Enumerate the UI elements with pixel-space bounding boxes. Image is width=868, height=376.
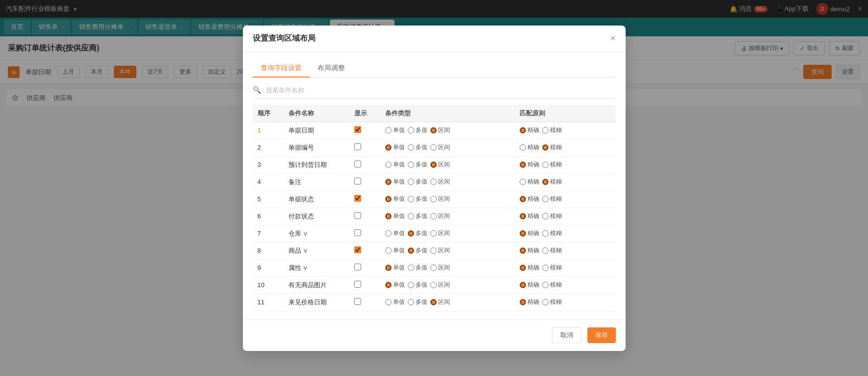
cell-match[interactable]: 精确模糊 (515, 259, 616, 276)
display-checkbox[interactable] (354, 161, 361, 167)
display-checkbox[interactable] (354, 298, 361, 305)
cell-type[interactable]: 单值多值区间 (380, 173, 515, 190)
radio-type-多值[interactable]: 多值 (408, 126, 427, 134)
cell-type[interactable]: 单值多值区间 (380, 242, 515, 259)
radio-type-单值[interactable]: 单值 (385, 229, 405, 238)
radio-type-区间[interactable]: 区间 (430, 298, 450, 306)
display-checkbox[interactable] (354, 264, 361, 270)
cell-match[interactable]: 精确模糊 (515, 208, 616, 225)
radio-match-模糊[interactable]: 模糊 (542, 195, 562, 203)
radio-type-多值[interactable]: 多值 (408, 161, 427, 169)
radio-type-单值[interactable]: 单值 (385, 178, 405, 186)
radio-type-区间[interactable]: 区间 (430, 195, 450, 203)
display-checkbox[interactable] (354, 212, 361, 219)
radio-match-精确[interactable]: 精确 (520, 212, 539, 220)
radio-type-多值[interactable]: 多值 (408, 195, 427, 203)
radio-type-单值[interactable]: 单值 (385, 195, 405, 203)
radio-type-区间[interactable]: 区间 (430, 126, 450, 134)
display-checkbox[interactable] (354, 143, 361, 150)
cell-match[interactable]: 精确模糊 (515, 190, 616, 208)
display-checkbox[interactable] (354, 195, 361, 202)
cell-display[interactable] (349, 276, 380, 294)
radio-type-单值[interactable]: 单值 (385, 298, 405, 306)
cancel-button[interactable]: 取消 (552, 327, 581, 343)
cell-type[interactable]: 单值多值区间 (380, 139, 515, 156)
radio-match-精确[interactable]: 精确 (520, 281, 539, 289)
radio-type-区间[interactable]: 区间 (430, 178, 450, 186)
cell-display[interactable] (349, 156, 380, 173)
cell-display[interactable] (349, 139, 380, 156)
display-checkbox[interactable] (354, 281, 361, 288)
cell-display[interactable] (349, 259, 380, 276)
cell-match[interactable]: 精确模糊 (515, 156, 616, 173)
display-checkbox[interactable] (354, 246, 361, 253)
cell-match[interactable]: 精确模糊 (515, 276, 616, 294)
radio-match-模糊[interactable]: 模糊 (542, 143, 562, 152)
search-input[interactable] (264, 85, 616, 95)
modal-close-button[interactable]: × (610, 34, 616, 43)
cell-display[interactable] (349, 242, 380, 259)
modal-tab-layout[interactable]: 布局调整 (310, 60, 353, 78)
modal-overlay[interactable]: 设置查询区域布局 × 查询字段设置 布局调整 🔍 顺序 (0, 0, 868, 376)
cell-match[interactable]: 精确模糊 (515, 242, 616, 259)
radio-type-多值[interactable]: 多值 (408, 264, 427, 272)
radio-match-精确[interactable]: 精确 (520, 298, 539, 306)
radio-match-模糊[interactable]: 模糊 (542, 126, 562, 134)
radio-match-模糊[interactable]: 模糊 (542, 281, 562, 289)
cell-type[interactable]: 单值多值区间 (380, 208, 515, 225)
cell-display[interactable] (349, 190, 380, 208)
cell-display[interactable] (349, 122, 380, 139)
radio-match-模糊[interactable]: 模糊 (542, 298, 562, 306)
cell-display[interactable] (349, 294, 380, 311)
radio-match-模糊[interactable]: 模糊 (542, 212, 562, 220)
radio-match-模糊[interactable]: 模糊 (542, 161, 562, 169)
cell-match[interactable]: 精确模糊 (515, 225, 616, 242)
radio-type-单值[interactable]: 单值 (385, 246, 405, 255)
radio-match-精确[interactable]: 精确 (520, 246, 539, 255)
radio-match-精确[interactable]: 精确 (520, 195, 539, 203)
radio-type-单值[interactable]: 单值 (385, 281, 405, 289)
display-checkbox[interactable] (354, 126, 361, 133)
cell-type[interactable]: 单值多值区间 (380, 156, 515, 173)
radio-match-模糊[interactable]: 模糊 (542, 229, 562, 238)
cell-match[interactable]: 精确模糊 (515, 139, 616, 156)
radio-type-区间[interactable]: 区间 (430, 246, 450, 255)
cell-match[interactable]: 精确模糊 (515, 294, 616, 311)
radio-type-单值[interactable]: 单值 (385, 264, 405, 272)
cell-type[interactable]: 单值多值区间 (380, 225, 515, 242)
radio-type-多值[interactable]: 多值 (408, 229, 427, 238)
radio-match-精确[interactable]: 精确 (520, 143, 539, 152)
radio-match-精确[interactable]: 精确 (520, 229, 539, 238)
radio-match-精确[interactable]: 精确 (520, 126, 539, 134)
display-checkbox[interactable] (354, 178, 361, 185)
radio-match-模糊[interactable]: 模糊 (542, 178, 562, 186)
cell-type[interactable]: 单值多值区间 (380, 190, 515, 208)
radio-match-模糊[interactable]: 模糊 (542, 246, 562, 255)
radio-type-多值[interactable]: 多值 (408, 298, 427, 306)
radio-type-区间[interactable]: 区间 (430, 264, 450, 272)
radio-type-区间[interactable]: 区间 (430, 281, 450, 289)
cell-type[interactable]: 单值多值区间 (380, 276, 515, 294)
radio-type-多值[interactable]: 多值 (408, 281, 427, 289)
display-checkbox[interactable] (354, 229, 361, 236)
cell-match[interactable]: 精确模糊 (515, 122, 616, 139)
radio-type-区间[interactable]: 区间 (430, 212, 450, 220)
radio-type-区间[interactable]: 区间 (430, 161, 450, 169)
cell-type[interactable]: 单值多值区间 (380, 259, 515, 276)
radio-type-区间[interactable]: 区间 (430, 143, 450, 152)
radio-type-单值[interactable]: 单值 (385, 161, 405, 169)
cell-match[interactable]: 精确模糊 (515, 173, 616, 190)
radio-type-区间[interactable]: 区间 (430, 229, 450, 238)
radio-match-精确[interactable]: 精确 (520, 264, 539, 272)
radio-type-多值[interactable]: 多值 (408, 178, 427, 186)
radio-type-多值[interactable]: 多值 (408, 212, 427, 220)
cell-display[interactable] (349, 208, 380, 225)
cell-type[interactable]: 单值多值区间 (380, 122, 515, 139)
radio-match-模糊[interactable]: 模糊 (542, 264, 562, 272)
radio-match-精确[interactable]: 精确 (520, 178, 539, 186)
cell-display[interactable] (349, 225, 380, 242)
radio-match-精确[interactable]: 精确 (520, 161, 539, 169)
modal-tab-query-fields[interactable]: 查询字段设置 (253, 60, 310, 78)
radio-type-单值[interactable]: 单值 (385, 126, 405, 134)
cell-type[interactable]: 单值多值区间 (380, 294, 515, 311)
